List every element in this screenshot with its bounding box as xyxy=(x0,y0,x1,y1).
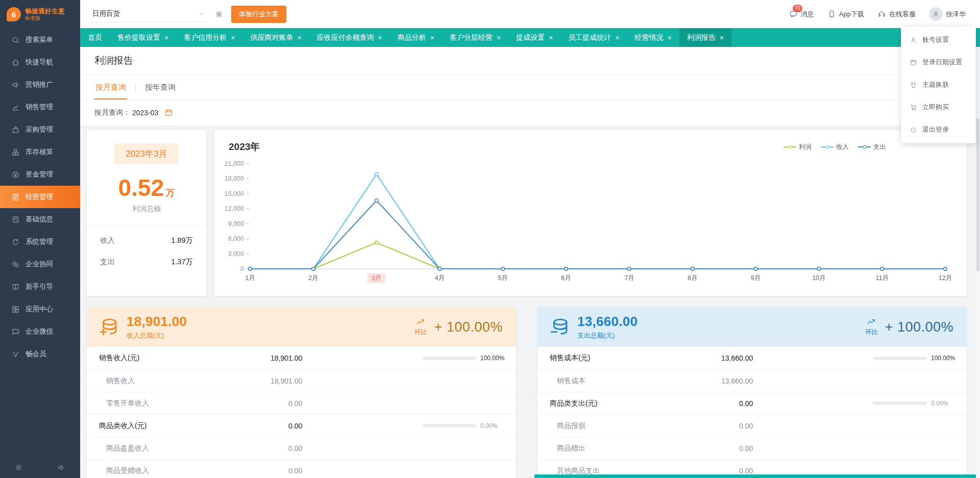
sidebar-item-info[interactable]: 基础信息 xyxy=(0,208,80,231)
announcement-horn-icon[interactable] xyxy=(57,463,66,472)
settings-gear-icon[interactable] xyxy=(14,463,23,472)
sidebar-item-member[interactable]: 畅会员 xyxy=(0,343,80,365)
progress-bar xyxy=(422,424,476,427)
income-table: 销售收入(元)18,901.00100.00%销售收入18,901.00零售开单… xyxy=(87,347,516,478)
trend-up-icon xyxy=(414,317,428,328)
tab-close-icon[interactable]: × xyxy=(297,34,301,41)
sidebar-item-bag[interactable]: 采购管理 xyxy=(0,118,80,141)
tab-item[interactable]: 客户分层经营× xyxy=(442,28,508,47)
messages-button[interactable]: 70 消息 xyxy=(789,10,814,19)
sidebar-item-money[interactable]: 资金管理 xyxy=(0,163,80,186)
menu-item-power[interactable]: 退出登录 xyxy=(901,118,975,141)
sidebar-item-search[interactable]: 搜索菜单 xyxy=(0,29,80,51)
menu-item-shirt[interactable]: 主题换肤 xyxy=(901,73,975,96)
svg-text:9月: 9月 xyxy=(751,274,761,282)
calendar-icon[interactable] xyxy=(164,108,173,117)
phone-icon xyxy=(827,10,836,18)
tab-item[interactable]: 利润报告× xyxy=(679,28,731,47)
row-bar-cell: 100.00% xyxy=(404,355,506,362)
tab-close-icon[interactable]: × xyxy=(615,34,619,41)
filter-row: 按月查询： 2023-03 xyxy=(80,100,980,125)
sidebar-item-collab[interactable]: 企业协同 xyxy=(0,253,80,275)
sidebar-item-label: 企业微信 xyxy=(26,327,53,336)
topbar-gear-icon[interactable] xyxy=(214,10,224,19)
menu-item-cart[interactable]: 立即购买 xyxy=(901,96,975,118)
summary-row-label: 收入 xyxy=(100,236,115,245)
legend-item[interactable]: 收入 xyxy=(821,143,849,152)
chart-title: 2023年 xyxy=(229,140,260,154)
sidebar-item-wechat[interactable]: 企业微信 xyxy=(0,320,80,343)
svg-text:6,000: 6,000 xyxy=(228,235,244,242)
org-select[interactable]: 日用百货 xyxy=(90,6,207,22)
tab-close-icon[interactable]: × xyxy=(430,34,434,41)
tab-close-icon[interactable]: × xyxy=(231,34,235,41)
tab-close-icon[interactable]: × xyxy=(549,34,553,41)
tab-label: 应收应付余额查询 xyxy=(317,33,374,42)
industry-solution-button[interactable]: 体验行业方案 xyxy=(231,6,286,23)
report-icon xyxy=(11,193,20,202)
sidebar-item-report[interactable]: 经营管理 xyxy=(0,186,80,208)
sidebar-item-home[interactable]: 快捷导航 xyxy=(0,51,80,73)
expense-panel-header: 13,660.00 支出总额(元) 环比 + 100.00% xyxy=(537,307,967,347)
svg-text:5月: 5月 xyxy=(498,274,508,282)
tab-item[interactable]: 商品分析× xyxy=(390,28,442,47)
summary-row: 收入1.89万 xyxy=(100,230,193,251)
app-download-button[interactable]: App下载 xyxy=(827,10,864,19)
sidebar-item-label: 资金管理 xyxy=(26,170,53,179)
online-service-label: 在线客服 xyxy=(889,10,916,19)
tab-close-icon[interactable]: × xyxy=(720,34,724,41)
sidebar-item-guide[interactable]: 新手引导 xyxy=(0,275,80,298)
tab-item[interactable]: 应收应付余额查询× xyxy=(309,28,390,47)
sidebar-item-sales[interactable]: 销售管理 xyxy=(0,96,80,118)
sidebar-item-boxes[interactable]: 库存核算 xyxy=(0,141,80,163)
income-total-label: 收入总额(元) xyxy=(127,331,187,340)
progress-percent: 100.00% xyxy=(931,355,957,362)
tab-item[interactable]: 首页 xyxy=(80,28,110,47)
brand-text: 畅捷通好生意 标准版 xyxy=(25,8,65,21)
subtab-yearly[interactable]: 按年查询 xyxy=(144,76,177,99)
month-filter-value[interactable]: 2023-03 xyxy=(132,109,158,117)
megaphone-icon xyxy=(11,81,20,89)
sidebar-item-system[interactable]: 系统管理 xyxy=(0,231,80,253)
calendar-icon xyxy=(910,59,917,66)
tab-item[interactable]: 供应商对账单× xyxy=(242,28,309,47)
tab-item[interactable]: 客户信用分析× xyxy=(176,28,242,47)
svg-text:7月: 7月 xyxy=(624,274,634,282)
tab-label: 客户分层经营 xyxy=(450,33,493,42)
tab-item[interactable]: 员工提成统计× xyxy=(560,28,627,47)
user-dropdown-menu: 账号设置登录日期设置主题换肤立即购买退出登录 xyxy=(901,26,976,143)
expense-totals: 13,660.00 支出总额(元) xyxy=(577,314,638,340)
svg-text:1月: 1月 xyxy=(245,274,255,282)
menu-item-user[interactable]: 账号设置 xyxy=(901,29,975,51)
sidebar-item-megaphone[interactable]: 营销推广 xyxy=(0,73,80,96)
menu-item-calendar[interactable]: 登录日期设置 xyxy=(901,51,975,73)
profit-total: 0.52万 xyxy=(87,175,206,200)
sidebar-item-label: 畅会员 xyxy=(26,349,46,359)
tab-close-icon[interactable]: × xyxy=(378,34,382,41)
sidebar-footer xyxy=(0,457,80,478)
svg-text:18,000: 18,000 xyxy=(225,175,244,182)
online-service-button[interactable]: 在线客服 xyxy=(877,10,916,19)
sidebar-item-apps[interactable]: 应用中心 xyxy=(0,298,80,320)
income-table-row: 零售开单收入0.00 xyxy=(87,392,516,414)
expense-table-row: 销售成本13,660.00 xyxy=(537,369,967,392)
scrollbar-thumb[interactable] xyxy=(976,118,979,271)
user-account[interactable]: 徐泽华 xyxy=(929,7,966,21)
sidebar-item-label: 应用中心 xyxy=(26,305,53,314)
legend-item[interactable]: 利润 xyxy=(783,143,812,152)
tab-close-icon[interactable]: × xyxy=(668,34,672,41)
tab-close-icon[interactable]: × xyxy=(497,34,501,41)
tab-close-icon[interactable]: × xyxy=(164,34,168,41)
info-icon xyxy=(11,215,20,224)
svg-text:3,000: 3,000 xyxy=(228,250,244,258)
subtab-divider xyxy=(135,84,136,91)
tab-item[interactable]: 提成设置× xyxy=(508,28,560,47)
legend-item[interactable]: 支出 xyxy=(858,143,886,152)
profit-summary-card: 2023年3月 0.52万 利润总额 收入1.89万支出1.37万 xyxy=(87,130,206,296)
svg-text:0: 0 xyxy=(240,265,244,272)
tab-item[interactable]: 售价提取设置× xyxy=(110,28,176,47)
svg-text:9,000: 9,000 xyxy=(228,220,244,228)
tab-item[interactable]: 经营情况× xyxy=(627,28,679,47)
sidebar-item-label: 采购管理 xyxy=(26,125,53,134)
subtab-monthly[interactable]: 按月查询 xyxy=(94,76,127,99)
